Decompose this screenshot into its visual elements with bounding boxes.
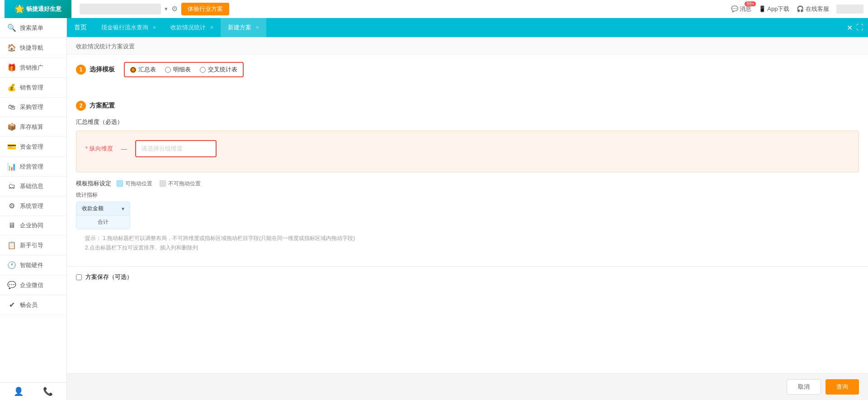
download-icon: 📱 (759, 5, 766, 12)
tab-bar-right: ✕ ⛶ (847, 24, 868, 32)
sidebar-item-enterprise-collab[interactable]: 🖥 企业协同 (0, 216, 66, 235)
sidebar-label-base-info: 基础信息 (20, 182, 43, 190)
radio-crosstab-label: 交叉统计表 (208, 66, 237, 74)
search-bar[interactable] (80, 4, 161, 14)
tab-cash-bank-close[interactable]: × (153, 24, 156, 31)
message-icon: 💬 (731, 5, 738, 12)
radio-detail[interactable]: 明细表 (165, 66, 191, 74)
sidebar-label-inventory: 库存核算 (20, 123, 43, 131)
tab-collection-stat[interactable]: 收款情况统计 × (163, 18, 221, 37)
sidebar-item-sales[interactable]: 💰 销售管理 (0, 78, 66, 98)
footer-save: 方案保存（可选） (67, 266, 868, 287)
tab-cash-bank[interactable]: 现金银行流水查询 × (94, 18, 163, 37)
sidebar-label-smart-hardware: 智能硬件 (20, 261, 43, 269)
notification-label: 消息 (740, 5, 751, 12)
sidebar-bottom-icon1[interactable]: 👤 (14, 386, 24, 396)
online-service[interactable]: 🎧 在线客服 (797, 5, 829, 13)
app-download[interactable]: 📱 App下载 (759, 5, 789, 13)
page-header: 收款情况统计方案设置 (67, 37, 868, 55)
sidebar: 🔍 搜索菜单 🏠 快捷导航 🎁 营销推广 💰 销售管理 🛍 采购管理 📦 库存核… (0, 18, 67, 400)
sidebar-item-enterprise-wechat[interactable]: 💬 企业微信 (0, 275, 66, 295)
step1-section: 1 选择模板 汇总表 明细表 (67, 55, 868, 92)
service-label: 在线客服 (806, 5, 829, 12)
radio-summary-label: 汇总表 (138, 66, 156, 74)
tips-section: 提示： 1.拖动标题栏可以调整布局，不可跨维度或指标区域拖动栏目字段(只能在同一… (76, 229, 859, 259)
page-content: 收款情况统计方案设置 1 选择模板 汇总表 (67, 37, 868, 373)
sidebar-label-newbie-guide: 新手引导 (20, 241, 43, 249)
tab-new-scheme-close[interactable]: × (256, 24, 259, 31)
sidebar-item-member[interactable]: ✔ 畅会员 (0, 295, 66, 315)
radio-crosstab[interactable]: 交叉统计表 (200, 66, 237, 74)
sidebar-label-search-menu: 搜索菜单 (20, 24, 43, 32)
sidebar-label-system: 系统管理 (20, 202, 43, 210)
dropdown-icon[interactable]: ▾ (165, 5, 168, 12)
sidebar-label-quick-nav: 快捷导航 (20, 44, 43, 52)
sidebar-bottom-icon2[interactable]: 📞 (43, 386, 53, 396)
radio-detail-label: 明细表 (173, 66, 191, 74)
sidebar-item-search-menu[interactable]: 🔍 搜索菜单 (0, 18, 66, 38)
step1-row: 1 选择模板 汇总表 明细表 (76, 62, 859, 77)
page-inner: 收款情况统计方案设置 1 选择模板 汇总表 (67, 37, 868, 373)
dimension-section: 汇总维度（必选） * 纵向维度 — 请选择分组维度 (76, 118, 859, 172)
user-avatar[interactable] (836, 5, 863, 14)
dim-selector[interactable]: 请选择分组维度 (135, 140, 217, 157)
download-label: App下载 (767, 5, 789, 12)
sidebar-item-smart-hardware[interactable]: 🕐 智能硬件 (0, 255, 66, 275)
tab-collection-stat-close[interactable]: × (210, 24, 213, 31)
draggable-label: 可拖动位置 (125, 180, 152, 188)
sidebar-label-enterprise-wechat: 企业微信 (20, 281, 43, 289)
cancel-button[interactable]: 取消 (787, 379, 821, 395)
tab-home[interactable]: 首页 (67, 18, 94, 37)
radio-summary[interactable]: 汇总表 (130, 66, 156, 74)
metrics-table-header[interactable]: 收款金额 ▾ (76, 202, 130, 216)
system-icon: ⚙ (7, 202, 16, 210)
sidebar-label-marketing: 营销推广 (20, 64, 43, 72)
sidebar-item-finance[interactable]: 💳 资金管理 (0, 137, 66, 157)
sidebar-item-base-info[interactable]: 🗂 基础信息 (0, 177, 66, 196)
sidebar-label-operations: 经营管理 (20, 163, 43, 171)
trial-industry-btn[interactable]: 体验行业方案 (181, 3, 229, 15)
dimension-area: * 纵向维度 — 请选择分组维度 (76, 131, 859, 172)
header-left: 🌟 畅捷通好生意 ▾ ⚙ 体验行业方案 (5, 0, 229, 18)
notification-area[interactable]: 💬 消息 99+ (731, 5, 752, 13)
metrics-section-title: 模板指标设定 (76, 179, 111, 188)
metrics-header-row: 模板指标设定 可拖动位置 不可拖动位置 (76, 179, 859, 188)
sidebar-label-sales: 销售管理 (20, 84, 43, 92)
sidebar-label-member: 畅会员 (20, 301, 38, 309)
sidebar-item-inventory[interactable]: 📦 库存核算 (0, 117, 66, 137)
tab-close-all-icon[interactable]: ✕ (847, 24, 853, 32)
member-icon: ✔ (7, 301, 16, 309)
step1-number: 1 (76, 65, 86, 75)
tab-cash-bank-label: 现金银行流水查询 (101, 24, 148, 32)
marketing-icon: 🎁 (7, 63, 16, 72)
enterprise-collab-icon: 🖥 (7, 221, 16, 230)
query-button[interactable]: 查询 (826, 379, 859, 395)
smart-hardware-icon: 🕐 (7, 261, 16, 269)
tab-home-label: 首页 (74, 24, 87, 32)
radio-crosstab-input[interactable] (200, 67, 206, 73)
metric-name: 收款金额 (82, 205, 104, 212)
logo-icon: 🌟 (14, 4, 24, 14)
sidebar-label-enterprise-collab: 企业协同 (20, 221, 43, 230)
metrics-section-subtitle: 统计指标 (76, 191, 859, 199)
step2-number: 2 (76, 101, 86, 111)
vertical-dim-label: * 纵向维度 (85, 145, 113, 153)
radio-summary-input[interactable] (130, 67, 136, 73)
sidebar-item-quick-nav[interactable]: 🏠 快捷导航 (0, 38, 66, 58)
sidebar-item-marketing[interactable]: 🎁 营销推广 (0, 58, 66, 78)
metric-dropdown-icon[interactable]: ▾ (122, 206, 124, 212)
finance-icon: 💳 (7, 142, 16, 151)
bottom-actions: 取消 查询 (67, 373, 868, 400)
tab-fullscreen-icon[interactable]: ⛶ (856, 24, 863, 32)
gear-settings[interactable]: ⚙ (171, 5, 178, 13)
save-checkbox[interactable] (76, 274, 82, 280)
search-menu-icon: 🔍 (7, 24, 16, 32)
top-header: 🌟 畅捷通好生意 ▾ ⚙ 体验行业方案 💬 消息 99+ 📱 App下载 🎧 在… (0, 0, 868, 18)
radio-detail-input[interactable] (165, 67, 171, 73)
tab-new-scheme[interactable]: 新建方案 × (221, 18, 266, 37)
sidebar-item-newbie-guide[interactable]: 📋 新手引导 (0, 235, 66, 255)
sidebar-item-operations[interactable]: 📊 经营管理 (0, 157, 66, 177)
sidebar-bottom: 👤 📞 (0, 382, 66, 400)
sidebar-item-system[interactable]: ⚙ 系统管理 (0, 196, 66, 216)
sidebar-item-purchase[interactable]: 🛍 采购管理 (0, 98, 66, 117)
